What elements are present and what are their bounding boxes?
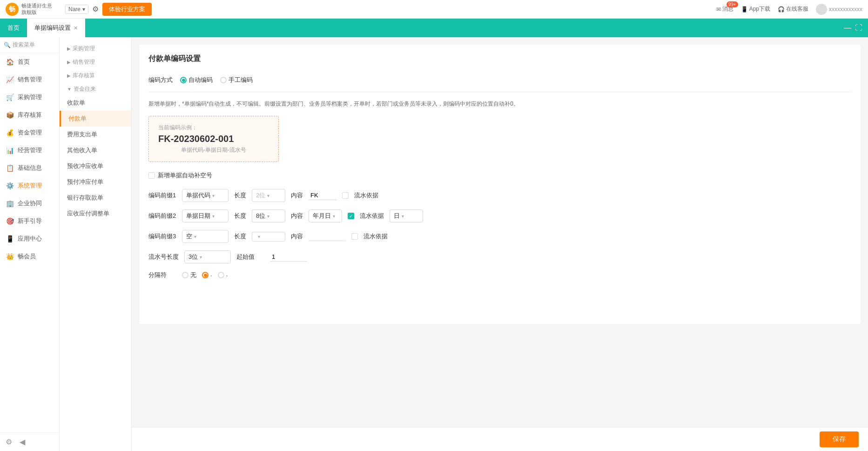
sub-sidebar: ▶ 采购管理 ▶ 销售管理 ▶ 库存核算 ▼ 资金往来 收款单 付款单 费用支出… [60, 37, 132, 451]
logo-text: 畅捷通好生意 旗舰版 [21, 3, 52, 15]
sidebar-search[interactable]: 🔍 搜索菜单 [0, 37, 59, 53]
sep-dot-radio-circle [202, 272, 209, 278]
chevron-right-icon: ▶ [67, 46, 71, 51]
auto-code-radio-circle [180, 77, 187, 83]
sub-item-receipt[interactable]: 收款单 [60, 95, 131, 111]
sidebar-item-operation[interactable]: 📊 经营管理 [0, 141, 59, 159]
stream2-arrow-icon: ▾ [402, 214, 404, 219]
tab-bar-actions: — ⛶ [844, 24, 868, 32]
prefix3-label: 编码前缀3 [148, 232, 176, 241]
prefix2-select[interactable]: 单据日期 ▾ [182, 209, 229, 222]
sidebar-item-enterprise[interactable]: 🏢 企业协同 [0, 195, 59, 212]
sub-group-inventory[interactable]: ▶ 库存核算 [60, 68, 131, 81]
length2-label: 长度 [234, 212, 246, 220]
prefix1-label: 编码前缀1 [148, 191, 176, 200]
prefix1-select[interactable]: 单据代码 ▾ [182, 189, 229, 202]
chevron-right-icon3: ▶ [67, 73, 71, 78]
auto-fill-row: 新增单据自动补空号 [148, 171, 851, 180]
manual-code-radio[interactable]: 手工编码 [220, 76, 253, 84]
length1-select[interactable]: 2位 ▾ [252, 189, 285, 202]
stream3-checkbox[interactable] [351, 233, 358, 240]
sidebar-item-finance[interactable]: 💰 资金管理 [0, 124, 59, 141]
tab-bar: 首页 单据编码设置 ✕ — ⛶ [0, 19, 868, 37]
sidebar-item-guide[interactable]: 🎯 新手引导 [0, 212, 59, 230]
sub-item-advance-payable[interactable]: 预付冲应付单 [60, 174, 131, 190]
length1-label: 长度 [234, 191, 246, 200]
tab-maximize-icon[interactable]: ⛶ [855, 24, 862, 32]
content1-input[interactable] [309, 191, 336, 200]
serial-length-label: 流水号长度 [148, 253, 179, 261]
auto-code-radio[interactable]: 自动编码 [180, 76, 213, 84]
online-service-area[interactable]: 🎧 在线客服 [778, 5, 808, 13]
separator-row: 分隔符 无 · · [148, 271, 851, 279]
header-right: ✉ 消息 99+ 📱 App下载 🎧 在线客服 xxxxxxxxxxxx [716, 4, 862, 15]
content1-label: 内容 [291, 191, 303, 200]
sep-none-radio[interactable]: 无 [182, 271, 196, 279]
auto-fill-checkbox[interactable] [148, 172, 155, 179]
tab-minimize-icon[interactable]: — [844, 24, 851, 32]
page-title: 付款单编码设置 [148, 54, 851, 64]
user-info[interactable]: xxxxxxxxxxxx [816, 4, 862, 15]
start-value-input[interactable] [270, 252, 307, 262]
tab-home[interactable]: 首页 [0, 19, 27, 37]
settings-bottom-icon[interactable]: ⚙ [6, 438, 12, 446]
sidebar-item-home[interactable]: 🏠 首页 [0, 53, 59, 71]
message-area[interactable]: ✉ 消息 99+ [716, 5, 733, 13]
sub-item-advance-receivable[interactable]: 预收冲应收单 [60, 158, 131, 174]
length3-label: 长度 [234, 232, 246, 241]
main-content: 付款单编码设置 编码方式 自动编码 手工编码 新增单据时，*单据编码*自动生成，… [132, 37, 868, 451]
sep-dash-radio[interactable]: · [218, 272, 228, 279]
config-row-serial: 流水号长度 3位 ▾ 起始值 [148, 250, 851, 263]
sub-group-sales[interactable]: ▶ 销售管理 [60, 54, 131, 68]
tab-close-icon[interactable]: ✕ [74, 25, 78, 31]
prefix3-select[interactable]: 空 ▾ [182, 230, 229, 243]
coding-method-row: 编码方式 自动编码 手工编码 [148, 71, 851, 92]
sub-item-payment[interactable]: 付款单 [60, 111, 131, 127]
sidebar-item-sales[interactable]: 📈 销售管理 [0, 71, 59, 88]
sub-item-bank-deposit[interactable]: 银行存取款单 [60, 190, 131, 206]
content2-select[interactable]: 年月日 ▾ [309, 209, 342, 222]
tab-serial-settings[interactable]: 单据编码设置 ✕ [27, 19, 85, 37]
sub-item-receivable-adjust[interactable]: 应收应付调整单 [60, 206, 131, 222]
sidebar-item-member[interactable]: 👑 畅会员 [0, 248, 59, 265]
header-left: 畅 畅捷通好生意 旗舰版 Nare ▾ ⚙ 体验行业方案 [6, 3, 152, 16]
system-icon: ⚙️ [6, 182, 14, 190]
stream1-checkbox[interactable] [342, 192, 349, 199]
serial-length-arrow-icon: ▾ [200, 255, 202, 260]
finance-icon: 💰 [6, 128, 14, 137]
sub-group-finance[interactable]: ▼ 资金往来 [60, 81, 131, 95]
sidebar-item-apps[interactable]: 📱 应用中心 [0, 230, 59, 248]
serial-length-select[interactable]: 3位 ▾ [184, 250, 231, 263]
sep-dot-radio[interactable]: · [202, 272, 212, 279]
collapse-icon[interactable]: ◀ [20, 438, 25, 446]
search-icon: 🔍 [4, 42, 11, 48]
experience-button[interactable]: 体验行业方案 [102, 3, 152, 16]
settings-icon[interactable]: ⚙ [92, 5, 99, 13]
sidebar-item-purchase[interactable]: 🛒 采购管理 [0, 88, 59, 106]
save-button[interactable]: 保存 [820, 431, 859, 447]
sep-none-radio-circle [182, 272, 188, 278]
sub-group-purchase[interactable]: ▶ 采购管理 [60, 41, 131, 54]
prefix3-arrow-icon: ▾ [194, 234, 196, 239]
length3-select[interactable]: ▾ [252, 232, 285, 242]
sub-item-expense[interactable]: 费用支出单 [60, 127, 131, 142]
stream2-checkbox[interactable]: ✓ [348, 213, 354, 219]
content3-input[interactable] [309, 232, 346, 241]
length3-arrow-icon: ▾ [258, 234, 260, 239]
stream2-unit-select[interactable]: 日 ▾ [390, 209, 423, 222]
coding-method-radio-group: 自动编码 手工编码 [180, 76, 253, 84]
breadcrumb-dropdown[interactable]: Nare ▾ [65, 5, 88, 14]
length2-select[interactable]: 8位 ▾ [252, 209, 285, 222]
logo-area: 畅 畅捷通好生意 旗舰版 [6, 3, 61, 16]
sub-item-other-income[interactable]: 其他收入单 [60, 142, 131, 158]
top-header: 畅 畅捷通好生意 旗舰版 Nare ▾ ⚙ 体验行业方案 ✉ 消息 99+ 📱 … [0, 0, 868, 19]
sidebar-item-inventory[interactable]: 📦 库存核算 [0, 106, 59, 124]
content3-label: 内容 [291, 232, 303, 241]
sidebar-item-basic[interactable]: 📋 基础信息 [0, 159, 59, 177]
sidebar-item-system[interactable]: ⚙️ 系统管理 [0, 177, 59, 195]
code-example-label: 当前编码示例： [158, 124, 269, 132]
app-download-area[interactable]: 📱 App下载 [741, 5, 770, 13]
sidebar-bottom: ⚙ ◀ [0, 432, 59, 451]
prefix2-label: 编码前缀2 [148, 212, 176, 220]
message-icon: ✉ [716, 6, 721, 13]
